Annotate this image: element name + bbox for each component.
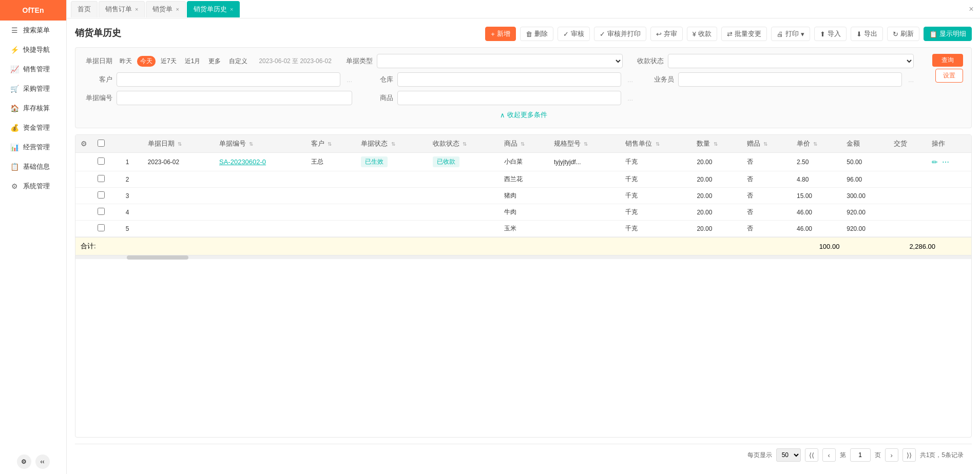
scrollbar-thumb[interactable] (127, 255, 188, 260)
row-checkbox[interactable] (98, 191, 105, 199)
th-unit[interactable]: 销售单位 ⇅ (620, 135, 691, 153)
sort-pay-status-icon[interactable]: ⇅ (463, 141, 467, 147)
sidebar-item-search-menu[interactable]: ☰ 搜索菜单 (0, 21, 66, 40)
import-button[interactable]: ⬆ 导入 (814, 27, 847, 41)
sidebar-item-sales-mgmt[interactable]: 📈 销售管理 (0, 60, 66, 79)
collapse-button[interactable]: ∧ 收起更多条件 (498, 108, 549, 122)
tab-sales-order-close[interactable]: × (135, 6, 138, 12)
td-checkbox[interactable] (92, 221, 121, 237)
tab-sales-history[interactable]: 销货单历史 × (187, 1, 240, 17)
th-doc-no[interactable]: 单据编号 ⇅ (214, 135, 306, 153)
audit-button[interactable]: ✓ 审核 (558, 27, 590, 41)
date-tag-today[interactable]: 今天 (137, 56, 156, 67)
abandon-button[interactable]: ↩ 弃审 (650, 27, 683, 41)
row-checkbox[interactable] (98, 224, 105, 231)
goods-input[interactable] (397, 91, 621, 105)
sort-price-icon[interactable]: ⇅ (813, 141, 817, 147)
sort-goods-icon[interactable]: ⇅ (521, 141, 525, 147)
horizontal-scrollbar[interactable] (75, 255, 971, 259)
more-icon[interactable]: ⋯ (942, 158, 949, 166)
td-doc-no[interactable]: SA-20230602-0 (214, 153, 306, 171)
staff-input[interactable] (678, 72, 902, 87)
sidebar-item-inventory[interactable]: 🏠 库存核算 (0, 98, 66, 118)
tab-sales-goods-close[interactable]: × (176, 6, 179, 12)
sidebar-item-purchase-mgmt[interactable]: 🛒 采购管理 (0, 79, 66, 98)
th-doc-status[interactable]: 单据状态 ⇅ (356, 135, 427, 153)
tab-sales-order[interactable]: 销售订单 × (99, 1, 145, 17)
sort-gift-icon[interactable]: ⇅ (763, 141, 767, 147)
sort-customer-icon[interactable]: ⇅ (328, 141, 332, 147)
close-all-tabs-button[interactable]: × (967, 5, 976, 14)
first-page-button[interactable]: ⟨⟨ (805, 448, 818, 462)
sidebar-item-quick-nav[interactable]: ⚡ 快捷导航 (0, 40, 66, 60)
page-number-input[interactable] (850, 448, 871, 462)
warehouse-input[interactable] (397, 72, 621, 87)
collect-button[interactable]: ¥ 收款 (687, 27, 717, 41)
sidebar-item-operations[interactable]: 📊 经营管理 (0, 137, 66, 157)
show-detail-button[interactable]: 📋 显示明细 (924, 27, 972, 41)
sidebar-settings-btn[interactable]: ⚙ (17, 455, 31, 469)
date-tag-more[interactable]: 更多 (205, 56, 224, 67)
th-price-label: 单价 (797, 140, 810, 147)
delete-button[interactable]: 🗑 删除 (520, 27, 553, 41)
sort-unit-icon[interactable]: ⇅ (656, 141, 660, 147)
query-button[interactable]: 查询 (932, 54, 963, 67)
customer-suffix[interactable]: ... (347, 76, 352, 84)
staff-suffix[interactable]: ... (908, 76, 914, 84)
select-all-checkbox[interactable] (98, 140, 105, 147)
td-checkbox[interactable] (92, 171, 121, 188)
td-checkbox[interactable] (92, 188, 121, 204)
sidebar-item-basic-info[interactable]: 📋 基础信息 (0, 157, 66, 176)
tab-sales-goods-label: 销货单 (152, 5, 172, 14)
th-pay-status[interactable]: 收款状态 ⇅ (428, 135, 499, 153)
th-spec[interactable]: 规格型号 ⇅ (549, 135, 620, 153)
goods-suffix[interactable]: ... (627, 94, 633, 102)
warehouse-suffix[interactable]: ... (627, 76, 633, 84)
tab-sales-history-close[interactable]: × (230, 6, 233, 12)
batch-change-button[interactable]: ⇄ 批量变更 (721, 27, 767, 41)
th-customer[interactable]: 客户 ⇅ (306, 135, 356, 153)
export-button[interactable]: ⬇ 导出 (851, 27, 883, 41)
td-checkbox[interactable] (92, 153, 121, 171)
sort-qty-icon[interactable]: ⇅ (714, 141, 718, 147)
date-tag-7days[interactable]: 近7天 (158, 56, 180, 67)
customer-input[interactable] (117, 72, 340, 87)
add-button[interactable]: + 新增 (485, 27, 516, 41)
filter-settings-button[interactable]: 设置 (935, 69, 963, 83)
td-spec (549, 221, 620, 237)
th-price[interactable]: 单价 ⇅ (792, 135, 841, 153)
th-doc-date[interactable]: 单据日期 ⇅ (143, 135, 214, 153)
row-checkbox[interactable] (98, 175, 105, 182)
print-button[interactable]: 🖨 打印 ▾ (771, 27, 810, 41)
sort-doc-date-icon[interactable]: ⇅ (178, 141, 182, 147)
th-qty[interactable]: 数量 ⇅ (691, 135, 741, 153)
edit-icon[interactable]: ✏ (932, 158, 938, 166)
next-page-button[interactable]: › (885, 448, 898, 462)
th-gift[interactable]: 赠品 ⇅ (742, 135, 792, 153)
date-tag-1month[interactable]: 近1月 (182, 56, 204, 67)
td-price: 2.50 (792, 153, 841, 171)
th-goods[interactable]: 商品 ⇅ (499, 135, 549, 153)
audit-print-button[interactable]: ✓ 审核并打印 (594, 27, 646, 41)
table-settings-icon[interactable]: ⚙ (81, 140, 87, 148)
td-checkbox[interactable] (92, 204, 121, 221)
sort-doc-no-icon[interactable]: ⇅ (249, 141, 253, 147)
doc-type-select[interactable] (377, 54, 623, 68)
tab-sales-goods[interactable]: 销货单 × (146, 1, 185, 17)
sort-doc-status-icon[interactable]: ⇅ (391, 141, 395, 147)
page-size-select[interactable]: 50 (776, 448, 801, 462)
prev-page-button[interactable]: ‹ (822, 448, 836, 462)
date-tag-custom[interactable]: 自定义 (226, 56, 251, 67)
last-page-button[interactable]: ⟩⟩ (902, 448, 916, 462)
row-checkbox[interactable] (98, 208, 105, 215)
sidebar-item-capital-mgmt[interactable]: 💰 资金管理 (0, 118, 66, 137)
doc-no-input[interactable] (117, 91, 352, 105)
payment-status-select[interactable] (668, 54, 914, 68)
tab-home[interactable]: 首页 (71, 1, 98, 17)
sidebar-collapse-btn[interactable]: ‹‹ (35, 455, 50, 469)
refresh-button[interactable]: ↻ 刷新 (887, 27, 919, 41)
date-tag-yesterday[interactable]: 昨天 (117, 56, 135, 67)
sort-spec-icon[interactable]: ⇅ (584, 141, 588, 147)
row-checkbox[interactable] (98, 157, 105, 165)
sidebar-item-sys-mgmt[interactable]: ⚙ 系统管理 (0, 176, 66, 196)
